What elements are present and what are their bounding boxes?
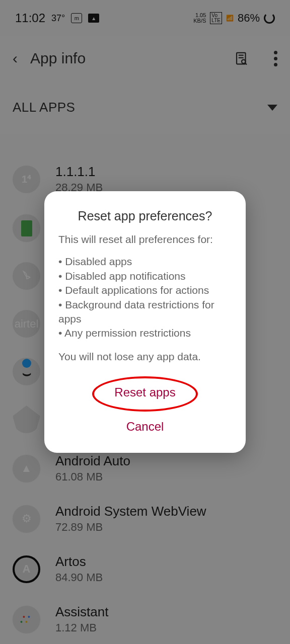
dialog-item: Default applications for actions [58, 283, 232, 297]
dialog-item: Disabled app notifications [58, 269, 232, 283]
dialog-lead: This will reset all preferences for: [58, 233, 232, 246]
reset-preferences-dialog: Reset app preferences? This will reset a… [44, 191, 246, 452]
dialog-title: Reset app preferences? [58, 209, 232, 223]
dialog-item-list: Disabled apps Disabled app notifications… [58, 255, 232, 340]
dialog-item: Disabled apps [58, 255, 232, 269]
modal-overlay[interactable]: Reset app preferences? This will reset a… [0, 0, 290, 644]
cancel-button[interactable]: Cancel [58, 410, 232, 444]
dialog-footer-text: You will not lose any app data. [58, 351, 232, 363]
reset-apps-button[interactable]: Reset apps [114, 375, 175, 410]
dialog-item: Background data restrictions for apps [58, 298, 232, 327]
dialog-item: Any permission restrictions [58, 326, 232, 340]
